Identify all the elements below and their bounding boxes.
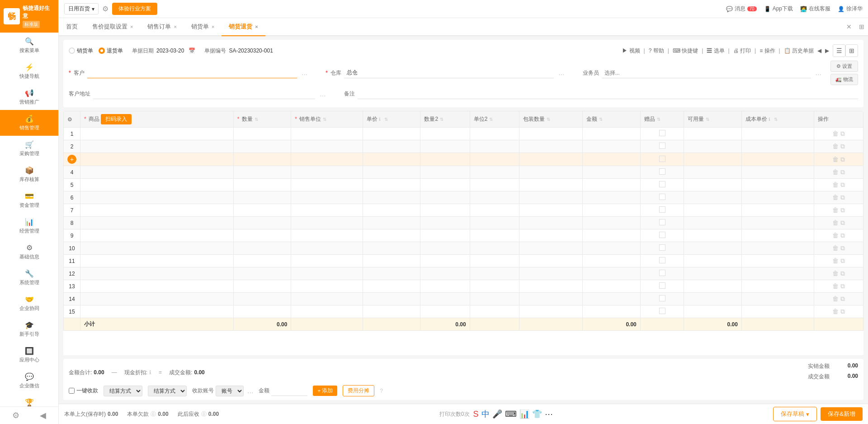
customer-dots-btn[interactable]: ... (302, 69, 307, 77)
row-copy-icon[interactable]: ⧉ (840, 308, 845, 315)
footer-icon-more[interactable]: ⋯ (545, 409, 553, 419)
tab-price-extract[interactable]: 售价提取设置 × (85, 18, 140, 36)
tab-home[interactable]: 首页 (59, 18, 85, 36)
row-1-copy-icon[interactable]: ⧉ (840, 130, 845, 138)
tab-sales-return[interactable]: 销货退货 × (222, 18, 265, 36)
print-btn[interactable]: 🖨 打印 (733, 47, 751, 55)
row-delete-icon[interactable]: 🗑 (832, 244, 839, 252)
row-3-amount[interactable] (583, 153, 641, 166)
row-copy-icon[interactable]: ⧉ (840, 270, 845, 277)
unit-sort-icon[interactable]: ⇅ (323, 117, 326, 122)
settings-bottom-btn[interactable]: ⚙ (12, 410, 19, 420)
row-delete-icon[interactable]: 🗑 (832, 206, 839, 214)
row-3-gift[interactable] (640, 153, 684, 166)
row-delete-icon[interactable]: 🗑 (832, 257, 839, 265)
topbar-settings-icon[interactable]: ⚙ (102, 5, 108, 13)
fee-help-icon[interactable]: ? (380, 388, 383, 394)
row-3-delete-icon[interactable]: 🗑 (832, 156, 839, 163)
row-copy-icon[interactable]: ⧉ (840, 232, 845, 239)
tab-sales-order-close[interactable]: × (174, 24, 176, 29)
row-1-unit[interactable] (291, 128, 363, 140)
user-profile[interactable]: 👤 徐泽华 (838, 5, 863, 13)
grid-view-btn[interactable]: ⊞ (845, 44, 858, 57)
warehouse-input[interactable] (344, 68, 554, 78)
app-download-btn[interactable]: 📱 App下载 (764, 5, 793, 13)
sidebar-item-apps[interactable]: 🔲 应用中心 (0, 342, 58, 368)
sidebar-item-sales[interactable]: 💰 销售管理 (0, 110, 58, 136)
row-1-cost-price[interactable] (741, 128, 814, 140)
remark-input[interactable] (358, 89, 858, 99)
row-delete-icon[interactable]: 🗑 (832, 219, 839, 227)
row-copy-icon[interactable]: ⧉ (840, 181, 845, 189)
tab-sales-bill-close[interactable]: × (212, 24, 214, 29)
available-sort-icon[interactable]: ⇅ (706, 117, 709, 122)
sidebar-item-inventory[interactable]: 📦 库存核算 (0, 162, 58, 187)
row-copy-icon[interactable]: ⧉ (840, 244, 845, 252)
row-3-gift-checkbox[interactable] (659, 156, 665, 162)
row-2-qty[interactable] (233, 140, 291, 153)
price-sort-icon[interactable]: ⇅ (384, 117, 388, 122)
cash-discount-hint[interactable]: ℹ (149, 369, 151, 376)
row-delete-icon[interactable]: 🗑 (832, 181, 839, 189)
row-2-delete-icon[interactable]: 🗑 (832, 143, 839, 150)
scan-btn[interactable]: 扫码录入 (101, 114, 132, 124)
one-key-collect-checkbox[interactable] (69, 388, 75, 394)
row-copy-icon[interactable]: ⧉ (840, 295, 845, 303)
list-view-btn[interactable]: ☰ (833, 44, 845, 57)
sidebar-item-wechat[interactable]: 💬 企业微信 (0, 368, 58, 394)
salesperson-input[interactable] (602, 68, 811, 78)
customer-input[interactable] (87, 68, 297, 78)
row-copy-icon[interactable]: ⧉ (840, 206, 845, 214)
sidebar-item-member[interactable]: 🏆 畅会员 (0, 394, 58, 406)
row-2-gift[interactable] (640, 140, 684, 153)
account-dots-btn[interactable]: ... (247, 387, 253, 395)
footer-icon-chart[interactable]: 📊 (519, 409, 529, 419)
prev-btn[interactable]: ◀ (817, 48, 821, 54)
tab-sales-order[interactable]: 销售订单 × (140, 18, 184, 36)
row-2-qty2[interactable] (420, 140, 470, 153)
sidebar-item-finance[interactable]: 💳 资金管理 (0, 187, 58, 213)
row-1-qty2[interactable] (420, 128, 470, 140)
message-btn[interactable]: 💬 消息 70 (726, 5, 757, 13)
online-service-btn[interactable]: 👩‍💻 在线客服 (800, 5, 830, 13)
row-1-amount[interactable] (583, 128, 641, 140)
row-1-unit2[interactable] (470, 128, 519, 140)
address-dots-btn[interactable]: ... (320, 90, 326, 98)
tab-price-extract-close[interactable]: × (130, 24, 133, 29)
row-2-cost-price[interactable] (741, 140, 814, 153)
expand-btn[interactable]: ⊞ (855, 19, 868, 34)
row-1-gift[interactable] (640, 128, 684, 140)
save-new-btn[interactable]: 保存&新增 (821, 407, 863, 421)
save-draft-btn[interactable]: 保存草稿 ▾ (773, 407, 817, 421)
cost-price-sort-icon[interactable]: ⇅ (774, 117, 778, 122)
amount-sort-icon[interactable]: ⇅ (599, 117, 603, 122)
sidebar-item-search[interactable]: 🔍 搜索菜单 (0, 33, 58, 58)
experience-btn[interactable]: 体验行业方案 (112, 3, 157, 15)
row-delete-icon[interactable]: 🗑 (832, 168, 839, 176)
help-btn[interactable]: ? 帮助 (649, 47, 664, 55)
row-2-gift-checkbox[interactable] (659, 143, 665, 149)
row-2-available[interactable] (684, 140, 742, 153)
settings-side-btn[interactable]: ⚙ 设置 (830, 61, 858, 72)
sidebar-item-marketing[interactable]: 📢 营销推广 (0, 84, 58, 110)
radio-return[interactable]: 退货单 (99, 47, 123, 55)
sidebar-item-system[interactable]: 🔧 系统管理 (0, 265, 58, 291)
row-3-available[interactable] (684, 153, 742, 166)
gift-sort-icon[interactable]: ⇅ (657, 117, 660, 122)
table-settings-icon[interactable]: ⚙ (67, 116, 72, 123)
footer-icon-keyboard[interactable]: ⌨ (505, 409, 517, 419)
row-1-product[interactable] (80, 128, 234, 140)
settlement-method-select[interactable]: 结算方式 (104, 386, 142, 396)
pack-qty-sort-icon[interactable]: ⇅ (547, 117, 550, 122)
row-delete-icon[interactable]: 🗑 (832, 295, 839, 303)
video-btn[interactable]: ▶ 视频 (622, 47, 640, 55)
row-1-qty[interactable] (233, 128, 291, 140)
row-copy-icon[interactable]: ⧉ (840, 257, 845, 265)
footer-icon-mic[interactable]: 🎤 (492, 409, 502, 419)
row-2-unit[interactable] (291, 140, 363, 153)
add-row-btn[interactable]: + (67, 155, 76, 164)
row-3-pack-qty[interactable] (519, 153, 582, 166)
row-3-price[interactable] (363, 153, 420, 166)
close-all-tabs-btn[interactable]: ✕ (843, 19, 855, 34)
operations-btn[interactable]: ≡ 操作 (760, 47, 775, 55)
